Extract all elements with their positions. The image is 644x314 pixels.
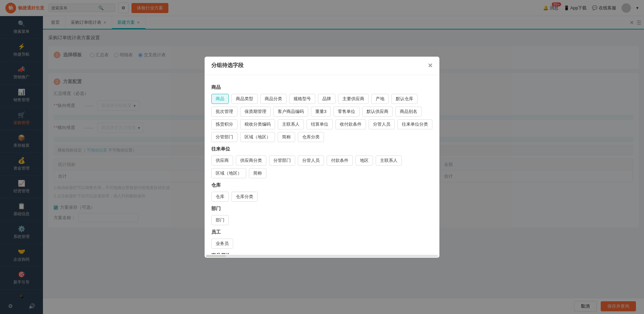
field-tag-1-1[interactable]: 供应商分类 xyxy=(236,155,266,166)
group-title-2: 仓库 xyxy=(211,182,433,188)
field-tags-group-4: 业务员 xyxy=(211,239,433,249)
modal-close-button[interactable]: ✕ xyxy=(428,62,433,69)
field-tag-0-19[interactable]: 收付款条件 xyxy=(335,119,366,129)
field-tag-0-24[interactable]: 简称 xyxy=(278,132,295,142)
modal-dialog: 分组待选字段 ✕ 商品商品商品类型商品分类规格型号品牌主要供应商产地默认仓库批次… xyxy=(205,57,439,258)
field-tag-2-0[interactable]: 仓库 xyxy=(211,192,229,202)
field-tag-0-17[interactable]: 主联系人 xyxy=(278,119,304,129)
field-tags-group-2: 仓库仓库分类 xyxy=(211,192,433,202)
field-tag-0-2[interactable]: 商品分类 xyxy=(260,94,286,104)
field-tag-1-4[interactable]: 付款条件 xyxy=(327,155,353,166)
field-tag-0-13[interactable]: 默认供应商 xyxy=(362,107,393,117)
field-tag-0-20[interactable]: 分管人员 xyxy=(369,119,395,129)
field-tag-0-18[interactable]: 结算单位 xyxy=(307,119,333,129)
field-tag-0-8[interactable]: 批次管理 xyxy=(211,107,237,117)
modal-body: 商品商品商品类型商品分类规格型号品牌主要供应商产地默认仓库批次管理保质期管理客户… xyxy=(205,75,439,254)
field-tag-0-4[interactable]: 品牌 xyxy=(318,94,335,104)
field-tag-0-16[interactable]: 税收分类编码 xyxy=(240,119,275,129)
field-tag-0-25[interactable]: 仓库分类 xyxy=(298,132,324,142)
group-title-4: 员工 xyxy=(211,229,433,235)
field-tag-0-15[interactable]: 拣货积分 xyxy=(211,119,237,129)
field-tag-1-7[interactable]: 区域（地区） xyxy=(211,168,246,178)
field-tags-group-0: 商品商品类型商品分类规格型号品牌主要供应商产地默认仓库批次管理保质期管理客户商品… xyxy=(211,94,433,142)
field-tag-3-0[interactable]: 部门 xyxy=(211,215,229,225)
field-tag-0-1[interactable]: 商品类型 xyxy=(231,94,258,104)
field-tag-0-10[interactable]: 客户商品编码 xyxy=(273,107,308,117)
modal-title: 分组待选字段 xyxy=(211,62,244,69)
field-tag-1-8[interactable]: 简称 xyxy=(249,168,266,178)
field-tag-0-9[interactable]: 保质期管理 xyxy=(240,107,271,117)
field-tag-1-6[interactable]: 主联系人 xyxy=(376,155,402,166)
field-tag-0-5[interactable]: 主要供应商 xyxy=(338,94,369,104)
field-tag-0-22[interactable]: 分管部门 xyxy=(211,132,237,142)
field-tag-0-23[interactable]: 区域（地区） xyxy=(240,132,275,142)
field-tag-1-0[interactable]: 供应商 xyxy=(211,155,233,166)
field-tag-0-11[interactable]: 重量3 xyxy=(311,107,331,117)
field-tag-0-0[interactable]: 商品 xyxy=(211,94,229,104)
field-tag-4-0[interactable]: 业务员 xyxy=(211,239,233,249)
field-tag-0-6[interactable]: 产地 xyxy=(371,94,389,104)
group-title-0: 商品 xyxy=(211,84,433,90)
field-tags-group-1: 供应商供应商分类分管部门分管人员付款条件地区主联系人区域（地区）简称 xyxy=(211,155,433,178)
field-tag-0-21[interactable]: 往来单位分类 xyxy=(397,119,432,129)
field-tag-0-3[interactable]: 规格型号 xyxy=(289,94,315,104)
field-tag-1-3[interactable]: 分管人员 xyxy=(298,155,324,166)
group-title-3: 部门 xyxy=(211,206,433,212)
modal-header: 分组待选字段 ✕ xyxy=(205,57,439,75)
field-tags-group-3: 部门 xyxy=(211,215,433,225)
field-tag-1-2[interactable]: 分管部门 xyxy=(269,155,295,166)
field-tag-0-12[interactable]: 零售单位 xyxy=(333,107,360,117)
group-title-1: 往来单位 xyxy=(211,146,433,152)
modal-hscroll[interactable] xyxy=(205,254,439,257)
field-tag-1-5[interactable]: 地区 xyxy=(356,155,373,166)
field-tag-2-1[interactable]: 仓库分类 xyxy=(231,192,258,202)
field-tag-0-14[interactable]: 商品别名 xyxy=(395,107,422,117)
field-tag-0-7[interactable]: 默认仓库 xyxy=(391,94,418,104)
